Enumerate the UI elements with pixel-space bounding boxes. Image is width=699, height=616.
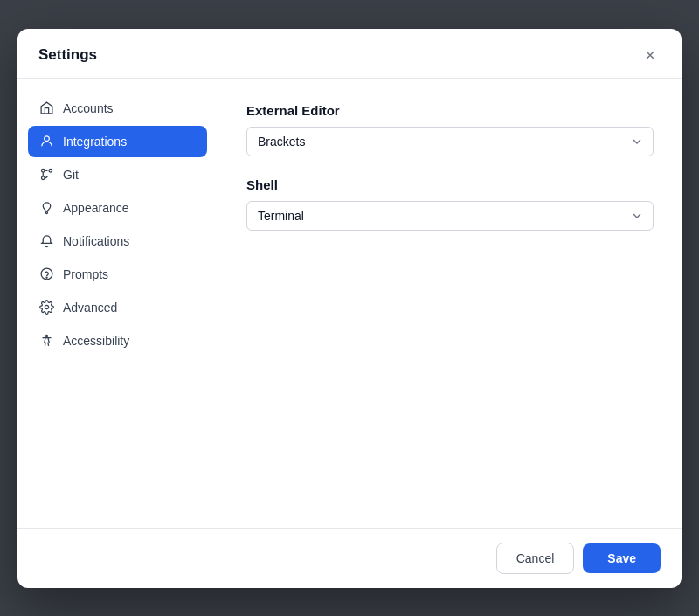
external-editor-select[interactable]: Brackets Visual Studio Code Atom Sublime… xyxy=(246,127,654,156)
sidebar-label-advanced: Advanced xyxy=(63,301,117,315)
sidebar-label-appearance: Appearance xyxy=(63,201,129,215)
home-icon xyxy=(38,100,54,116)
modal-title: Settings xyxy=(38,46,97,64)
content-area: External Editor Brackets Visual Studio C… xyxy=(218,79,682,528)
sidebar-label-accounts: Accounts xyxy=(63,101,114,115)
sidebar-item-appearance[interactable]: Appearance xyxy=(28,192,207,224)
sidebar-item-notifications[interactable]: Notifications xyxy=(28,225,207,257)
git-icon xyxy=(38,167,54,183)
save-button[interactable]: Save xyxy=(583,543,661,573)
sidebar-label-git: Git xyxy=(63,168,79,182)
svg-point-8 xyxy=(45,335,47,336)
sidebar-item-prompts[interactable]: Prompts xyxy=(28,259,207,290)
sidebar-item-advanced[interactable]: Advanced xyxy=(28,292,207,323)
modal-footer: Cancel Save xyxy=(17,528,682,588)
shell-section: Shell Terminal iTerm2 Hyper Alacritty xyxy=(246,177,654,231)
help-circle-icon xyxy=(38,266,54,282)
svg-point-2 xyxy=(48,169,52,172)
sidebar-label-accessibility: Accessibility xyxy=(63,334,129,348)
svg-point-1 xyxy=(41,169,45,172)
person-icon xyxy=(38,134,54,149)
modal-header: Settings × xyxy=(17,29,682,79)
sidebar-item-accessibility[interactable]: Accessibility xyxy=(28,325,207,356)
sidebar-label-notifications: Notifications xyxy=(63,234,129,248)
sidebar-label-prompts: Prompts xyxy=(63,267,108,281)
shell-select[interactable]: Terminal iTerm2 Hyper Alacritty xyxy=(246,201,654,231)
svg-point-0 xyxy=(44,136,49,142)
svg-point-6 xyxy=(45,277,46,278)
svg-point-4 xyxy=(45,211,47,213)
sidebar-label-integrations: Integrations xyxy=(63,135,127,149)
sidebar-item-git[interactable]: Git xyxy=(28,159,207,190)
modal-body: Accounts Integrations xyxy=(17,79,682,528)
bell-icon xyxy=(38,233,54,249)
cancel-button[interactable]: Cancel xyxy=(496,543,575,574)
external-editor-section: External Editor Brackets Visual Studio C… xyxy=(246,103,654,156)
brush-icon xyxy=(38,200,54,216)
shell-label: Shell xyxy=(246,177,654,192)
settings-modal: Settings × Accounts xyxy=(17,29,682,588)
sidebar-item-accounts[interactable]: Accounts xyxy=(28,93,207,124)
sidebar: Accounts Integrations xyxy=(17,79,218,528)
svg-point-3 xyxy=(41,176,45,180)
close-button[interactable]: × xyxy=(640,45,661,66)
svg-point-7 xyxy=(45,305,48,308)
external-editor-label: External Editor xyxy=(246,103,654,118)
accessibility-icon xyxy=(38,333,54,349)
gear-icon xyxy=(38,300,54,315)
sidebar-item-integrations[interactable]: Integrations xyxy=(28,126,207,157)
